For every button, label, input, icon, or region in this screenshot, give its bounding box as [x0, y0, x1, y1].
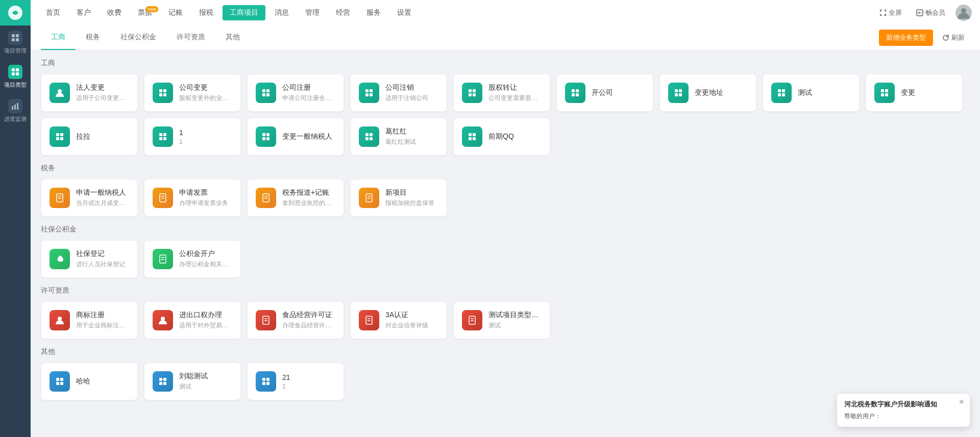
- nav-manage[interactable]: 管理: [298, 5, 327, 20]
- card-text: 哈哈: [76, 377, 129, 386]
- card-item[interactable]: 哈哈: [41, 363, 138, 400]
- svg-rect-77: [366, 194, 372, 202]
- card-text: 测试项目类型目定义测试: [488, 311, 542, 330]
- card-item[interactable]: 公司注册申请公司注册全流程: [247, 74, 344, 112]
- card-item[interactable]: 法人变更适用于公司变更法人: [41, 74, 138, 112]
- card-text: 新项目报税加税控盘保管: [385, 188, 438, 208]
- card-item[interactable]: 11: [144, 118, 241, 156]
- card-item[interactable]: 商标注册用于企业商标注册服务: [41, 301, 138, 339]
- nav-message[interactable]: 消息: [267, 5, 296, 20]
- card-item[interactable]: 葛红红葛红红测试: [350, 118, 447, 156]
- topbar-nav: 首页 客户 收费 票据 new 记账 报税 工商项目 消息 管理 经营 服务 设…: [39, 5, 873, 20]
- card-item[interactable]: 社保登记进行人员社保登记: [41, 240, 138, 278]
- nav-fee[interactable]: 收费: [100, 5, 129, 20]
- card-item[interactable]: 变更一般纳税人: [247, 118, 344, 156]
- card-desc: 报税加税控盘保管: [385, 199, 438, 208]
- tab-other[interactable]: 其他: [215, 25, 250, 50]
- nav-tax[interactable]: 报税: [192, 5, 220, 20]
- svg-rect-6: [16, 68, 19, 71]
- section-title: 其他: [41, 347, 970, 356]
- card-name: 公司注册: [282, 83, 335, 92]
- svg-rect-39: [679, 93, 682, 96]
- refresh-button[interactable]: 刷新: [937, 30, 970, 45]
- card-name: 社保登记: [76, 249, 129, 259]
- card-item[interactable]: 变更地址: [659, 74, 756, 112]
- svg-rect-51: [60, 137, 63, 140]
- card-item[interactable]: 申请发票办理申请发票业务: [144, 179, 241, 217]
- card-name: 法人变更: [76, 83, 129, 92]
- card-item[interactable]: 税务报道+记账拿到营业执照的新公司: [247, 179, 344, 217]
- nav-home[interactable]: 首页: [39, 5, 67, 20]
- card-item[interactable]: 刘聪测试测试: [144, 363, 241, 400]
- card-item[interactable]: 公司变更股权变更外的业务变更: [144, 74, 241, 112]
- cards-grid: 哈哈刘聪测试测试211: [41, 363, 970, 400]
- svg-rect-8: [16, 72, 19, 75]
- sidebar-item-progress[interactable]: 进度监测: [0, 94, 31, 128]
- card-text: 股权转让公司变更需要股权转让: [488, 83, 542, 102]
- card-item[interactable]: 申请一般纳税人当月或次月成变更完成: [41, 179, 138, 217]
- card-item[interactable]: 公积金开户办理公积金相关业务: [144, 240, 241, 278]
- card-name: 申请一般纳税人: [76, 188, 129, 197]
- sidebar-item-project-type[interactable]: 项目类型: [0, 60, 31, 94]
- card-name: 商标注册: [76, 311, 129, 320]
- svg-rect-94: [56, 378, 59, 381]
- card-item[interactable]: 测试项目类型目定义测试: [453, 301, 550, 339]
- nav-settings[interactable]: 设置: [390, 5, 419, 20]
- card-name: 拉拉: [76, 132, 129, 141]
- nav-service[interactable]: 服务: [359, 5, 388, 20]
- nav-bizproject[interactable]: 工商项目: [223, 5, 265, 20]
- sidebar-item-project-manage[interactable]: 项目管理: [0, 25, 31, 60]
- card-item[interactable]: 进出口权办理适用于对外贸易经营者: [144, 301, 241, 339]
- card-item[interactable]: 食品经营许可证办理食品经营许可证: [247, 301, 344, 339]
- svg-rect-9: [12, 106, 13, 110]
- card-item[interactable]: 变更: [866, 74, 963, 112]
- card-name: 1: [179, 128, 232, 137]
- sidebar: 项目管理 项目类型 进度监测: [0, 0, 31, 437]
- card-item[interactable]: 开公司: [556, 74, 653, 112]
- card-item[interactable]: 3A认证对企业信誉评级: [350, 301, 447, 339]
- svg-rect-22: [262, 93, 265, 96]
- tab-gongshang[interactable]: 工商: [41, 25, 76, 50]
- member-icon: [916, 9, 923, 16]
- tab-shebao[interactable]: 社保公积金: [110, 25, 166, 50]
- card-text: 公司注销适用于注销公司: [385, 83, 438, 102]
- nav-bookkeeping[interactable]: 记账: [161, 5, 190, 20]
- card-text: 变更地址: [695, 88, 748, 97]
- main-scroll[interactable]: 工商法人变更适用于公司变更法人公司变更股权变更外的业务变更公司注册申请公司注册全…: [31, 50, 980, 437]
- notification-close-button[interactable]: ✕: [959, 398, 965, 406]
- card-item[interactable]: 拉拉: [41, 118, 138, 156]
- card-item[interactable]: 测试: [763, 74, 860, 112]
- tab-xuke[interactable]: 许可资质: [166, 25, 215, 50]
- card-text: 11: [179, 128, 232, 145]
- fullscreen-button[interactable]: 全屏: [875, 6, 906, 19]
- add-type-button[interactable]: 新增业务类型: [879, 30, 933, 46]
- card-item[interactable]: 新项目报税加税控盘保管: [350, 179, 447, 217]
- card-desc: 1: [179, 138, 232, 145]
- sidebar-label-project-manage: 项目管理: [4, 47, 27, 55]
- card-item[interactable]: 股权转让公司变更需要股权转让: [453, 74, 550, 112]
- sidebar-label-progress: 进度监测: [4, 115, 27, 123]
- card-item[interactable]: 211: [247, 363, 344, 400]
- refresh-label: 刷新: [951, 33, 965, 42]
- card-text: 前期QQ: [488, 132, 542, 141]
- svg-rect-4: [16, 38, 19, 41]
- svg-rect-27: [370, 93, 373, 96]
- card-item[interactable]: 公司注销适用于注销公司: [350, 74, 447, 112]
- svg-rect-18: [159, 93, 162, 96]
- nav-bill[interactable]: 票据 new: [131, 5, 159, 20]
- card-name: 公司变更: [179, 83, 232, 92]
- card-desc: 1: [282, 383, 335, 390]
- tab-shuiwu[interactable]: 税务: [76, 25, 110, 50]
- card-name: 公积金开户: [179, 249, 232, 259]
- user-avatar[interactable]: [955, 5, 972, 21]
- svg-rect-24: [365, 89, 369, 92]
- nav-client[interactable]: 客户: [69, 5, 98, 20]
- svg-rect-65: [473, 133, 476, 136]
- svg-rect-38: [675, 93, 678, 96]
- svg-rect-16: [159, 89, 162, 92]
- card-item[interactable]: 前期QQ: [453, 118, 550, 156]
- nav-operation[interactable]: 经营: [329, 5, 357, 20]
- card-name: 刘聪测试: [179, 372, 232, 381]
- card-name: 前期QQ: [488, 132, 542, 141]
- member-button[interactable]: 畅会员: [912, 6, 949, 19]
